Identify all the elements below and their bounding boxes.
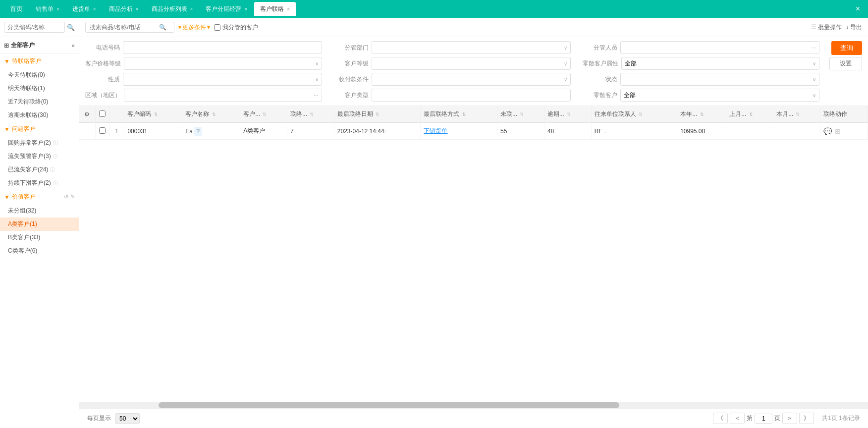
next-page-btn[interactable]: ＞ — [782, 413, 797, 424]
th-name-sort-icon[interactable]: ⇅ — [212, 112, 216, 117]
th-last-method-sort-icon[interactable]: ⇅ — [462, 112, 466, 117]
sidebar-item-class-c[interactable]: C类客户(6) — [0, 244, 79, 258]
page-number-input[interactable] — [755, 414, 772, 424]
sidebar-collapse-icon[interactable]: « — [71, 42, 75, 49]
sidebar-group-pending[interactable]: ▼ 待联络客户 — [0, 54, 79, 68]
nav-tab-sales[interactable]: 销售单 × — [30, 2, 65, 16]
retail-attr-select[interactable]: 全部 ∨ — [621, 57, 819, 70]
region-select[interactable]: ··· — [124, 89, 322, 102]
sidebar-item-today-label: 今天待联络(0) — [8, 71, 45, 79]
price-level-select[interactable]: ∨ — [124, 57, 322, 70]
table-header-row: ⚙ 客户编码 ⇅ 客户名称 ⇅ — [79, 106, 868, 123]
th-not-contacted-sort-icon[interactable]: ⇅ — [520, 112, 524, 117]
nav-tab-customer-contact[interactable]: 客户联络 × — [254, 2, 296, 16]
th-unit-contact-sort-icon[interactable]: ⇅ — [639, 112, 643, 117]
th-last-date-sort-icon[interactable]: ⇅ — [376, 112, 380, 117]
retail-cust-select[interactable]: 全部 ∨ — [620, 89, 819, 102]
nav-home[interactable]: 首页 — [4, 2, 29, 16]
th-contact-sort-icon[interactable]: ⇅ — [310, 112, 314, 117]
prev-page-btn[interactable]: ＜ — [730, 413, 745, 424]
th-this-month-sort-icon[interactable]: ⇅ — [796, 112, 800, 117]
sidebar-item-today[interactable]: 今天待联络(0) — [0, 68, 79, 82]
nav-tab-analysis-close[interactable]: × — [136, 6, 139, 12]
sidebar-item-repurchase-abnormal[interactable]: 回购异常客户(2) ⓘ — [0, 136, 79, 150]
sidebar-item-tomorrow[interactable]: 明天待联络(1) — [0, 82, 79, 95]
th-code-sort-icon[interactable]: ⇅ — [154, 112, 158, 117]
close-window-button[interactable]: × — [852, 4, 864, 13]
dept-select[interactable]: ∨ — [372, 41, 571, 54]
sidebar-all-customers[interactable]: ⊞ 全部客户 « — [0, 37, 79, 54]
row-action-chat-icon[interactable]: 💬 — [823, 127, 832, 135]
my-customers-checkbox[interactable] — [214, 24, 220, 31]
lost-info-icon: ⓘ — [50, 166, 55, 173]
last-page-btn[interactable]: 》 — [799, 413, 814, 424]
row-last-date: 2023-04-12 14:44: — [334, 123, 421, 140]
sidebar-item-declining[interactable]: 持续下滑客户(2) ⓘ — [0, 176, 79, 190]
row-action-qr-icon[interactable]: ⊞ — [835, 127, 841, 135]
th-last-month-sort-icon[interactable]: ⇅ — [749, 112, 753, 117]
th-not-contacted: 未联... ⇅ — [497, 106, 544, 123]
nav-tab-analysis-list-close[interactable]: × — [190, 6, 193, 12]
nav-tab-analysis[interactable]: 商品分析 × — [103, 2, 145, 16]
sidebar-item-loss-warning[interactable]: 流失预警客户(3) ⓘ — [0, 150, 79, 163]
filter-cell-person: 分管人员 ··· — [583, 41, 819, 54]
pending-group-label: 待联络客户 — [12, 57, 42, 65]
row-last-method-link[interactable]: 下销货单 — [424, 127, 447, 134]
grid-icon: ⊞ — [4, 42, 9, 49]
nature-select[interactable]: ∨ — [123, 73, 322, 86]
more-conditions-btn[interactable]: ▾ 更多条件 ▾ — [178, 23, 210, 32]
th-overdue-sort-icon[interactable]: ⇅ — [567, 112, 571, 117]
th-name-label: 客户名称 — [185, 110, 209, 117]
export-btn[interactable]: ↓ 导出 — [846, 23, 862, 32]
filter-search-icon[interactable]: 🔍 — [159, 24, 166, 31]
row-name-text: Ea — [185, 128, 193, 135]
nav-tab-analysis-list[interactable]: 商品分析列表 × — [146, 2, 199, 16]
horizontal-scrollbar[interactable] — [79, 402, 868, 408]
th-contact-label: 联络... — [290, 110, 307, 117]
page-size-select[interactable]: 50 100 200 — [115, 413, 140, 424]
nav-tab-customer-mgmt-close[interactable]: × — [244, 6, 247, 12]
nav-tab-purchase-close[interactable]: × — [93, 6, 96, 12]
query-button[interactable]: 查询 — [831, 41, 862, 55]
value-group-refresh-icon[interactable]: ↺ — [64, 194, 68, 200]
sidebar-group-value[interactable]: ▼ 价值客户 ↺ ✎ — [0, 190, 79, 204]
sidebar-item-class-b[interactable]: B类客户(33) — [0, 231, 79, 244]
person-select[interactable]: ··· — [620, 41, 819, 54]
gear-icon[interactable]: ⚙ — [84, 111, 90, 118]
cust-level-select[interactable]: ∨ — [372, 57, 571, 70]
cust-type-select[interactable] — [372, 89, 571, 102]
sidebar-item-lost[interactable]: 已流失客户(24) ⓘ — [0, 163, 79, 176]
nav-tab-sales-close[interactable]: × — [56, 6, 59, 12]
sidebar-item-7days[interactable]: 近7天待联络(0) — [0, 95, 79, 108]
th-type-sort-icon[interactable]: ⇅ — [263, 112, 267, 117]
th-contact: 联络... ⇅ — [287, 106, 334, 123]
dept-label: 分管部门 — [334, 44, 369, 52]
select-all-checkbox[interactable] — [99, 110, 106, 117]
unclassified-label: 未分组(32) — [8, 207, 36, 215]
customer-table: ⚙ 客户编码 ⇅ 客户名称 ⇅ — [79, 106, 868, 140]
sidebar-group-problem[interactable]: ▼ 问题客户 — [0, 122, 79, 136]
first-page-btn[interactable]: 《 — [713, 413, 728, 424]
nav-tab-customer-contact-close[interactable]: × — [287, 6, 290, 12]
phone-input[interactable] — [123, 41, 322, 54]
page-size-label: 每页显示 — [87, 414, 111, 423]
row-not-contacted: 55 — [497, 123, 544, 140]
sidebar-search-icon[interactable]: 🔍 — [67, 24, 75, 31]
row-checkbox[interactable] — [99, 127, 106, 134]
my-customers-check[interactable]: 我分管的客户 — [214, 23, 258, 32]
settings-button[interactable]: 设置 — [829, 57, 862, 70]
filter-search-input[interactable] — [90, 24, 159, 31]
payment-select[interactable]: ∨ — [372, 73, 571, 86]
sidebar-item-class-a[interactable]: A类客户(1) — [0, 217, 79, 231]
batch-op-btn[interactable]: ☰ 批量操作 — [811, 23, 842, 32]
status-select[interactable]: ∨ — [620, 73, 819, 86]
sidebar-item-overdue[interactable]: 逾期未联络(30) — [0, 108, 79, 122]
sidebar-search-input[interactable] — [4, 22, 65, 33]
value-group-edit-icon[interactable]: ✎ — [70, 194, 75, 200]
scrollbar-thumb[interactable] — [159, 402, 619, 408]
nav-tab-purchase[interactable]: 进货单 × — [66, 2, 102, 16]
nav-tab-customer-mgmt[interactable]: 客户分层经营 × — [200, 2, 253, 16]
filter-cell-cust-level: 客户等级 ∨ — [334, 57, 571, 70]
th-this-year-sort-icon[interactable]: ⇅ — [700, 112, 704, 117]
sidebar-item-unclassified[interactable]: 未分组(32) — [0, 204, 79, 217]
